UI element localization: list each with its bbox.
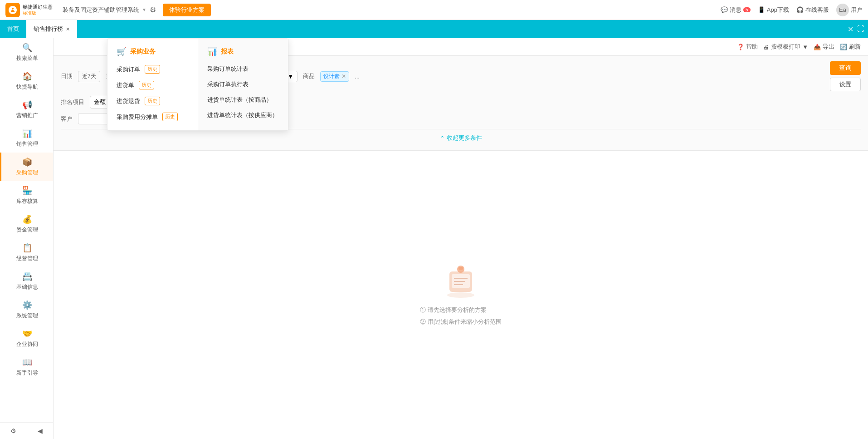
phone-icon: 📱 [758, 6, 765, 13]
customer-label: 客户 [61, 115, 73, 123]
dropdown-item-order-stats[interactable]: 采购订单统计表 [198, 61, 288, 77]
rank-label: 排名项目 [61, 98, 84, 106]
help-icon: ❓ [737, 44, 744, 50]
sidebar-item-purchase[interactable]: 📦 采购管理 [0, 153, 53, 181]
purchase-col-icon: 🛒 [117, 47, 127, 57]
help-button[interactable]: ❓ 帮助 [737, 43, 758, 51]
logo-icon [5, 3, 20, 17]
user-menu-button[interactable]: Ea 用户 [836, 4, 863, 16]
empty-state: ① 请先选择要分析的方案 ② 用[过滤]条件来缩小分析范围 [54, 151, 868, 439]
logo-area: 畅捷通好生意 标准版 [5, 3, 59, 17]
dropdown-item-inbound-stats-product[interactable]: 进货单统计表（按商品） [198, 92, 288, 108]
sidebar-item-sales[interactable]: 📊 销售管理 [0, 124, 53, 153]
guide-icon: 📖 [22, 357, 32, 367]
collapse-icon: ⌃ [440, 135, 445, 142]
print-icon: 🖨 [763, 44, 769, 50]
sidebar-item-quick-nav[interactable]: 🏠 快捷导航 [0, 67, 53, 95]
tab-sales-rank[interactable]: 销售排行榜 ✕ [26, 20, 77, 38]
dropdown-arrow-icon[interactable]: ▼ [142, 7, 146, 12]
search-icon: 🔍 [22, 43, 32, 53]
sidebar-item-basic-info[interactable]: 📇 基础信息 [0, 267, 53, 296]
collapse-filters-button[interactable]: ⌃ 收起更多条件 [61, 131, 861, 145]
date-7days-btn[interactable]: 近7天 [78, 71, 100, 82]
report-col: 📊 报表 采购订单统计表 采购订单执行表 进货单统计表（按商品） 进货单统计表（… [198, 39, 288, 130]
history-badge-0: 历史 [145, 65, 160, 74]
empty-illustration [438, 262, 483, 299]
dropdown-item-order-exec[interactable]: 采购订单执行表 [198, 77, 288, 92]
dropdown-item-purchase-order[interactable]: 采购订单 历史 [107, 61, 198, 77]
system-icon: ⚙️ [22, 300, 32, 310]
app-download-button[interactable]: 📱 App下载 [758, 6, 789, 14]
sidebar-item-search[interactable]: 🔍 搜索菜单 [0, 38, 53, 67]
svg-point-0 [447, 292, 474, 298]
avatar: Ea [836, 4, 849, 16]
query-button[interactable]: 查询 [830, 61, 861, 75]
header-right: 💬 消息 5 📱 App下载 🎧 在线客服 Ea 用户 [721, 4, 863, 16]
report-col-icon: 📊 [207, 47, 217, 57]
refresh-button[interactable]: 🔄 刷新 [840, 43, 861, 51]
column-settings-button[interactable]: 设置 [830, 78, 861, 91]
report-col-header: 📊 报表 [198, 44, 288, 61]
dropdown-item-inbound[interactable]: 进货单 历史 [107, 77, 198, 93]
history-badge-1: 历史 [139, 81, 154, 89]
tab-close-all-button[interactable]: ✕ [848, 25, 853, 34]
product-filter-dots[interactable]: ... [355, 73, 360, 80]
export-icon: 📤 [814, 44, 821, 50]
trial-button[interactable]: 体验行业方案 [163, 4, 211, 16]
tab-close-icon[interactable]: ✕ [66, 26, 70, 32]
refresh-icon: 🔄 [840, 44, 847, 50]
sidebar-bottom: ⚙ ◀ [0, 422, 53, 439]
product-filter-tag[interactable]: 设计素 ✕ [320, 71, 349, 82]
tab-expand-button[interactable]: ⛶ [857, 25, 864, 33]
marketing-icon: 📢 [22, 100, 32, 110]
message-button[interactable]: 💬 消息 5 [721, 6, 751, 14]
purchase-icon: 📦 [22, 157, 32, 167]
system-title: 装备及固定资产辅助管理系统 ▼ [63, 6, 146, 14]
enterprise-icon: 🤝 [22, 329, 32, 339]
sidebar-collapse-button[interactable]: ◀ [38, 427, 43, 434]
home-icon: 🏠 [22, 71, 32, 81]
sidebar-item-marketing[interactable]: 📢 营销推广 [0, 95, 53, 124]
dropdown-item-inbound-stats-supplier[interactable]: 进货单统计表（按供应商） [198, 108, 288, 123]
print-button[interactable]: 🖨 按模板打印 ▼ [763, 43, 808, 51]
operations-icon: 📋 [22, 243, 32, 253]
svg-rect-4 [458, 267, 463, 270]
sidebar-item-enterprise[interactable]: 🤝 企业协同 [0, 324, 53, 353]
logo-text: 畅捷通好生意 标准版 [23, 4, 53, 16]
sidebar-item-system[interactable]: ⚙️ 系统管理 [0, 296, 53, 324]
dropdown-item-return[interactable]: 进货退货 历史 [107, 93, 198, 109]
tab-bar-actions: ✕ ⛶ [848, 25, 868, 34]
empty-tips: ① 请先选择要分析的方案 ② 用[过滤]条件来缩小分析范围 [420, 304, 502, 328]
sales-icon: 📊 [22, 128, 32, 138]
purchase-dropdown-menu: 🛒 采购业务 采购订单 历史 进货单 历史 进货退货 历史 采购费用分摊单 [107, 38, 288, 131]
sidebar: 🔍 搜索菜单 🏠 快捷导航 📢 营销推广 📊 销售管理 📦 采购管理 🏪 库存核… [0, 38, 54, 439]
headset-icon: 🎧 [796, 6, 804, 13]
settings-gear-button[interactable]: ⚙ [146, 4, 159, 16]
purchase-business-col: 🛒 采购业务 采购订单 历史 进货单 历史 进货退货 历史 采购费用分摊单 [107, 39, 198, 130]
tab-home[interactable]: 首页 [0, 20, 26, 38]
print-dropdown-icon[interactable]: ▼ [802, 44, 808, 50]
sidebar-item-inventory[interactable]: 🏪 库存核算 [0, 181, 53, 210]
main-layout: 🔍 搜索菜单 🏠 快捷导航 📢 营销推广 📊 销售管理 📦 采购管理 🏪 库存核… [0, 38, 868, 439]
product-tag-close-icon[interactable]: ✕ [341, 73, 346, 79]
inventory-icon: 🏪 [22, 186, 32, 196]
date-filter-label: 日期 [61, 72, 73, 80]
message-icon: 💬 [721, 6, 728, 13]
online-service-button[interactable]: 🎧 在线客服 [796, 6, 829, 14]
top-header: 畅捷通好生意 标准版 装备及固定资产辅助管理系统 ▼ ⚙ 体验行业方案 💬 消息… [0, 0, 868, 20]
filter-action-buttons: 查询 设置 [830, 61, 861, 91]
sidebar-item-finance[interactable]: 💰 资金管理 [0, 210, 53, 238]
basic-info-icon: 📇 [22, 271, 32, 281]
sidebar-settings-button[interactable]: ⚙ [10, 427, 16, 434]
voucher-status-arrow: ▼ [288, 73, 293, 80]
sidebar-item-operations[interactable]: 📋 经营管理 [0, 238, 53, 267]
content-area: ❓ 帮助 🖨 按模板打印 ▼ 📤 导出 🔄 刷新 日期 近7天 [54, 38, 868, 439]
dropdown-item-expense[interactable]: 采购费用分摊单 历史 [107, 109, 198, 125]
history-badge-2: 历史 [145, 97, 160, 105]
product-filter-label: 商品 [303, 72, 315, 80]
export-button[interactable]: 📤 导出 [814, 43, 834, 51]
purchase-col-header: 🛒 采购业务 [107, 44, 198, 61]
history-badge-3: 历史 [162, 113, 178, 121]
sidebar-item-guide[interactable]: 📖 新手引导 [0, 353, 53, 381]
finance-icon: 💰 [22, 214, 32, 224]
